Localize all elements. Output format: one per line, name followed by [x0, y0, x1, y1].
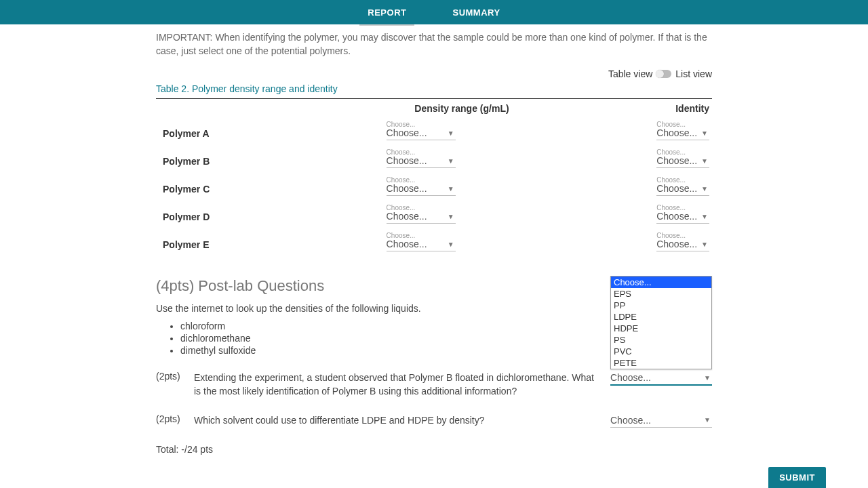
identity-select-2[interactable]: Choose...▼: [656, 182, 709, 196]
top-nav: REPORT SUMMARY: [0, 0, 868, 24]
table-row: Polymer AChoose...Choose...▼Choose...Cho…: [156, 119, 712, 147]
important-note: IMPORTANT: When identifying the polymer,…: [156, 31, 712, 58]
dropdown-option[interactable]: HDPE: [611, 323, 711, 334]
density-select-4[interactable]: Choose...▼: [387, 237, 456, 251]
chevron-down-icon: ▼: [448, 129, 454, 137]
chevron-down-icon: ▼: [704, 374, 711, 382]
polymer-name: Polymer C: [156, 175, 368, 203]
polymer-name: Polymer B: [156, 147, 368, 175]
identity-select-3[interactable]: Choose...▼: [656, 209, 709, 224]
q2-select[interactable]: Choose... ▼: [610, 413, 712, 428]
density-select-2[interactable]: Choose...▼: [387, 182, 456, 196]
view-toggle: Table view List view: [156, 68, 712, 79]
col-density-header: Density range (g/mL): [368, 99, 557, 119]
q1-dropdown-list: Choose...EPSPPLDPEHDPEPSPVCPETE: [610, 276, 712, 369]
q1-text: Extending the experiment, a student obse…: [194, 371, 602, 399]
view-toggle-switch[interactable]: [656, 70, 671, 78]
chevron-down-icon: ▼: [448, 213, 454, 220]
chevron-down-icon: ▼: [701, 157, 708, 165]
dropdown-option[interactable]: EPS: [611, 288, 711, 300]
tab-report[interactable]: REPORT: [365, 1, 409, 24]
col-identity-header: Identity: [556, 99, 712, 119]
chevron-down-icon: ▼: [701, 129, 708, 137]
q2-points: (2pts): [156, 413, 186, 424]
dropdown-option[interactable]: PETE: [611, 357, 711, 369]
density-select-1[interactable]: Choose...▼: [387, 154, 456, 168]
q1-points: (2pts): [156, 371, 186, 382]
q1-select[interactable]: Choose... ▼: [610, 371, 712, 386]
polymer-name: Polymer A: [156, 119, 368, 147]
identity-select-4[interactable]: Choose...▼: [656, 237, 709, 251]
polymer-name: Polymer E: [156, 230, 368, 258]
dropdown-option[interactable]: LDPE: [611, 311, 711, 323]
identity-select-0[interactable]: Choose...▼: [656, 126, 709, 140]
table-row: Polymer EChoose...Choose...▼Choose...Cho…: [156, 230, 712, 258]
total-points: Total: -/24 pts: [156, 444, 712, 455]
density-select-3[interactable]: Choose...▼: [387, 209, 456, 224]
q2-text: Which solvent could use to differentiate…: [194, 413, 602, 427]
table-row: Polymer BChoose...Choose...▼Choose...Cho…: [156, 147, 712, 175]
table-row: Polymer DChoose...Choose...▼Choose...Cho…: [156, 203, 712, 230]
table-view-label: Table view: [608, 68, 652, 79]
chevron-down-icon: ▼: [448, 185, 454, 192]
density-select-0[interactable]: Choose...▼: [387, 126, 456, 140]
dropdown-option[interactable]: PS: [611, 334, 711, 346]
list-view-label: List view: [675, 68, 712, 79]
chevron-down-icon: ▼: [701, 241, 708, 248]
submit-button[interactable]: SUBMIT: [768, 467, 826, 488]
polymer-table: Density range (g/mL) Identity Polymer AC…: [156, 99, 712, 258]
question-1-row: (2pts) Extending the experiment, a stude…: [156, 371, 712, 399]
table-row: Polymer CChoose...Choose...▼Choose...Cho…: [156, 175, 712, 203]
dropdown-option[interactable]: PVC: [611, 346, 711, 357]
question-2-row: (2pts) Which solvent could use to differ…: [156, 413, 712, 428]
chevron-down-icon: ▼: [704, 416, 711, 424]
identity-select-1[interactable]: Choose...▼: [656, 154, 709, 168]
tab-summary[interactable]: SUMMARY: [450, 1, 502, 24]
dropdown-option[interactable]: PP: [611, 300, 711, 311]
chevron-down-icon: ▼: [701, 185, 708, 192]
chevron-down-icon: ▼: [701, 213, 708, 220]
chevron-down-icon: ▼: [448, 241, 454, 248]
dropdown-option[interactable]: Choose...: [611, 277, 711, 288]
table-caption: Table 2. Polymer density range and ident…: [156, 83, 712, 96]
polymer-name: Polymer D: [156, 203, 368, 230]
chevron-down-icon: ▼: [448, 157, 454, 165]
